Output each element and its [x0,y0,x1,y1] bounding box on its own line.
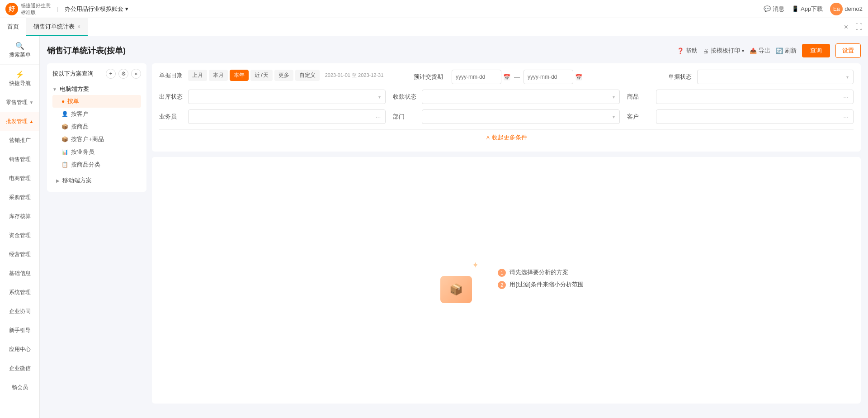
logo-icon: 好 [5,3,18,15]
date-btn-last-month[interactable]: 上月 [188,70,207,81]
empty-step-2: 2 用[过滤]条件来缩小分析范围 [498,280,583,289]
sidebar-item-basic[interactable]: 基础信息 [0,264,39,283]
sidebar-item-member[interactable]: 畅会员 [0,378,39,397]
tree-item-by-order[interactable]: ● 按单 [52,95,141,108]
tab-close-icon[interactable]: × [77,24,80,30]
app-download-btn[interactable]: 📱 App下载 [792,5,823,13]
date-btn-this-year[interactable]: 本年 [230,70,249,81]
sidebar-item-enterprise[interactable]: 企业协同 [0,302,39,321]
tab-bar-tabs: 首页 销售订单统计表 × [0,18,88,36]
sidebar-item-marketing[interactable]: 营销推广 [0,131,39,150]
top-bar-right: 💬 消息 📱 App下载 Ea demo2 [764,3,863,15]
tree-item-by-customer-goods[interactable]: 📦 按客户+商品 [52,133,141,146]
payment-arrow-icon: ▾ [613,95,615,100]
tree-item-by-customer[interactable]: 👤 按客户 [52,108,141,120]
shipment-select[interactable]: ▾ [188,90,386,104]
dept-select[interactable]: ▾ [422,109,619,124]
sidebar-item-wechat[interactable]: 企业微信 [0,359,39,378]
window-close-btn[interactable]: × [842,21,850,33]
sidebar-item-system[interactable]: 系统管理 [0,283,39,302]
sidebar-item-inventory[interactable]: 库存核算 [0,207,39,226]
tree-item-by-category[interactable]: 📋 按商品分类 [52,158,141,171]
tree-item-by-salesperson[interactable]: 📊 按业务员 [52,146,141,158]
filter-row-2: 出库状态 ▾ 收款状态 [159,90,854,104]
sidebar-item-sales[interactable]: 销售管理 [0,150,39,169]
customer-filter: 客户 ··· [627,109,854,124]
page-header: 销售订单统计表(按单) ❓ 帮助 🖨 按模板打印 ▾ 📤 导出 🔄 刷新 [47,43,861,58]
pred-date-end-input[interactable] [524,70,573,84]
goods-more-icon[interactable]: ··· [843,93,849,100]
filter-row-1: 单据日期 上月 本月 本年 近7天 更多 自定义 2023-01-01 至 20… [159,70,854,84]
calendar-end-icon[interactable]: 📅 [575,74,582,81]
sidebar-item-ecommerce[interactable]: 电商管理 [0,169,39,188]
user-avatar-area[interactable]: Ea demo2 [830,3,863,15]
tab-sales-stats[interactable]: 销售订单统计表 × [26,18,88,36]
goods-filter: 商品 ··· [627,90,854,104]
sidebar-item-purchase[interactable]: 采购管理 [0,188,39,207]
collapse-bar[interactable]: ∧ 收起更多条件 [159,129,854,145]
date-range-inputs: 📅 — 📅 [452,70,582,84]
sidebar-item-management[interactable]: 经营管理 [0,245,39,264]
message-btn[interactable]: 💬 消息 [764,5,784,13]
customer-icon: 👤 [61,111,68,117]
right-panel: 单据日期 上月 本月 本年 近7天 更多 自定义 2023-01-01 至 20… [152,63,861,404]
query-button[interactable]: 查询 [802,44,830,57]
empty-box: 📦 [440,276,472,303]
main-layout: 🔍 搜索菜单 ⚡ 快捷导航 零售管理 ▼ 批发管理 ▲ 营销推广 销售管理 电商… [0,36,868,418]
payment-select[interactable]: ▾ [422,90,619,104]
date-btn-this-month[interactable]: 本月 [209,70,228,81]
sidebar-item-retail[interactable]: 零售管理 ▼ [0,93,39,112]
refresh-icon: 🔄 [776,48,783,54]
setting-button[interactable]: 设置 [835,43,861,58]
customer-input[interactable]: ··· [656,109,854,124]
logo-area: 好 畅捷通好生意 标准版 [5,2,51,15]
tree-arrow-right-icon: ▶ [56,178,60,183]
sidebar-item-search[interactable]: 🔍 搜索菜单 [0,36,39,65]
top-bar-left: 好 畅捷通好生意 标准版 | 办公用品行业模拟账套 ▾ [5,2,128,15]
customer-more-icon[interactable]: ··· [843,113,849,120]
window-expand-btn[interactable]: ⛶ [854,21,864,33]
left-panel: 按以下方案查询 + ⚙ « ▼ 电脑端方案 ● 按单 [47,63,146,192]
sidebar-item-newbie[interactable]: 新手引导 [0,321,39,340]
export-btn[interactable]: 📤 导出 [750,47,770,55]
template-print-btn[interactable]: 🖨 按模板打印 ▾ [703,47,744,55]
date-btn-more[interactable]: 更多 [274,70,293,81]
dept-arrow-icon: ▾ [613,114,615,119]
panel-header: 按以下方案查询 + ⚙ « [52,69,141,79]
sidebar: 🔍 搜索菜单 ⚡ 快捷导航 零售管理 ▼ 批发管理 ▲ 营销推广 销售管理 电商… [0,36,40,418]
calendar-start-icon[interactable]: 📅 [503,74,510,81]
payment-filter: 收款状态 ▾ [393,90,619,104]
add-scheme-btn[interactable]: + [106,69,116,79]
sidebar-item-quick-nav[interactable]: ⚡ 快捷导航 [0,65,39,93]
tree-item-by-goods[interactable]: 📦 按商品 [52,120,141,133]
customer-goods-icon: 📦 [61,136,68,142]
tab-home[interactable]: 首页 [0,18,26,36]
empty-state-content: ✦ 📦 1 请先选择要分析的方案 2 [429,258,583,303]
box-face-icon: 📦 [449,283,463,296]
sidebar-item-apps[interactable]: 应用中心 [0,340,39,359]
refresh-btn[interactable]: 🔄 刷新 [776,47,797,55]
collapse-panel-btn[interactable]: « [131,69,141,79]
sidebar-item-finance[interactable]: 资金管理 [0,226,39,245]
shipment-filter: 出库状态 ▾ [159,90,386,104]
date-btn-7days[interactable]: 近7天 [250,70,273,81]
scheme-settings-btn[interactable]: ⚙ [118,69,128,79]
panel-header-actions: + ⚙ « [106,69,141,79]
salesperson-input[interactable]: ··· [188,109,386,124]
tree-section-desktop-title[interactable]: ▼ 电脑端方案 [52,83,141,95]
status-select[interactable]: ▾ [697,70,854,84]
tree-section-mobile-title[interactable]: ▶ 移动端方案 [52,175,141,186]
salesperson-more-icon[interactable]: ··· [376,113,381,120]
pred-date-start-input[interactable] [452,70,501,84]
sidebar-item-wholesale[interactable]: 批发管理 ▲ [0,112,39,131]
page-dropdown[interactable]: 办公用品行业模拟账套 ▾ [65,5,128,13]
date-quick-btns: 上月 本月 本年 近7天 更多 自定义 [188,70,320,81]
sparkle-icon: ✦ [472,260,479,270]
chevron-down-icon: ▼ [29,100,34,105]
goods-input[interactable]: ··· [656,90,854,104]
empty-step-1: 1 请先选择要分析的方案 [498,268,583,277]
help-btn[interactable]: ❓ 帮助 [677,47,698,55]
filter-card: 单据日期 上月 本月 本年 近7天 更多 自定义 2023-01-01 至 20… [152,63,861,152]
collapse-arrow-icon: ∧ [486,134,492,141]
date-btn-custom[interactable]: 自定义 [295,70,320,81]
